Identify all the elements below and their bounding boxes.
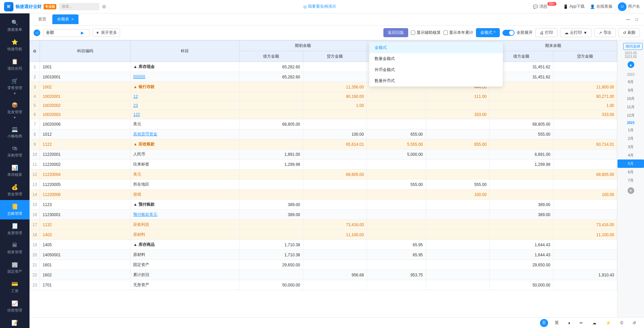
sidebar-item-retail[interactable]: 🛒 零售管理 ▼ (0, 74, 30, 99)
return-old-btn[interactable]: 返回旧版 (383, 28, 408, 37)
month-6[interactable]: 6月 (618, 168, 644, 176)
opening-debit (239, 170, 303, 180)
bottom-bolt-btn[interactable]: ⚡ (603, 320, 613, 326)
tab-close-icon[interactable]: ✕ (71, 17, 74, 21)
month-1[interactable]: 1月 (618, 126, 644, 134)
toggle-switch[interactable] (502, 30, 515, 36)
period-select-title[interactable]: 期间选择 (623, 43, 643, 50)
bottom-cloud-btn[interactable]: ☁ (590, 320, 599, 326)
sidebar-item-search[interactable]: 🔍 搜索菜单 (0, 16, 30, 36)
sidebar-item-ecommerce[interactable]: 💻 小畅电商 (0, 123, 30, 142)
expand-all-toggle[interactable]: 全部展开 (502, 30, 533, 36)
show-auxiliary-checkbox[interactable]: 显示辅助核算 (411, 30, 441, 36)
search-next-icon[interactable]: ▶ (81, 30, 84, 35)
show-annual-input[interactable] (443, 30, 448, 35)
down-arrow-btn[interactable]: ▼ (628, 187, 634, 194)
sidebar-item-sales[interactable]: 📝 小畅报销 (0, 316, 30, 328)
export-btn[interactable]: ↗ 导出 (594, 28, 616, 37)
current-debit (367, 210, 426, 220)
month-12[interactable]: 12月 (618, 111, 644, 120)
sidebar-item-wholesale[interactable]: 📦 批发管理 ▼ (0, 99, 30, 123)
subject-name: 固定资产 (130, 260, 239, 270)
row-num: 15 (30, 200, 40, 210)
month-5[interactable]: 5月 (618, 159, 644, 168)
bottom-lang-btn[interactable]: 英 (552, 319, 561, 326)
app-download-btn[interactable]: 📱 App下载 (563, 4, 585, 9)
search-bar[interactable]: 搜索... (59, 3, 99, 10)
subject-link[interactable]: 预付账款美元 (133, 212, 157, 217)
month-11[interactable]: 11月 (618, 103, 644, 111)
dropdown-item-quantity-amount[interactable]: 数量金额式 (369, 53, 503, 64)
sidebar-item-capital[interactable]: 💰 资金管理 (0, 181, 30, 200)
subject-text: ▲ 银行存款 (133, 84, 154, 89)
tab-home[interactable]: 首页 (34, 14, 51, 24)
online-service-btn[interactable]: 👤 在线客服 (590, 4, 612, 9)
month-7[interactable]: 7月 (618, 176, 644, 185)
opening-credit (303, 280, 367, 290)
dropdown-item-amount[interactable]: 金额式 (369, 42, 503, 53)
sidebar-item-quicknav[interactable]: ⭐ 快捷导航 (0, 36, 30, 55)
subject-link[interactable]: 122 (133, 112, 140, 117)
amount-mode-btn[interactable]: 金额式 ^ (476, 28, 500, 37)
dropdown-item-foreign-amount[interactable]: 外币金额式 (369, 64, 503, 75)
main-layout: 🔍 搜索菜单 ⭐ 快捷导航 📋 项目合同 🛒 零售管理 ▼ 📦 批发管理 ▼ 💻… (0, 13, 644, 328)
refresh-btn[interactable]: ↺ 刷新 (619, 28, 640, 37)
month-10[interactable]: 10月 (618, 94, 644, 103)
subject-name[interactable]: 23 (130, 101, 239, 110)
bottom-copyright-btn[interactable]: © (618, 320, 626, 326)
subject-name[interactable]: 预付账款美元 (130, 210, 239, 220)
subject-link[interactable]: 12 (133, 94, 138, 99)
expand-more-btn[interactable]: ▼ 展开更多 (93, 28, 120, 37)
demo-link[interactable]: ◎ 我要看实例演示 (303, 4, 336, 9)
month-8[interactable]: 8月 (618, 78, 644, 86)
bottom-refresh-btn[interactable]: ↺ (630, 320, 639, 326)
nav-back-btn[interactable]: ◁ (34, 29, 40, 36)
show-auxiliary-input[interactable] (411, 30, 415, 35)
amount-mode-dropdown[interactable]: 金额式 数量金额式 外币金额式 数量外币式 (369, 42, 503, 87)
subject-text: 美元 (133, 122, 141, 126)
sidebar-item-project[interactable]: 📋 项目合同 (0, 55, 30, 74)
bottom-currency-btn[interactable]: 至 (540, 319, 548, 327)
subject-search-input[interactable] (46, 30, 79, 35)
subject-name[interactable]: 12 (130, 92, 239, 101)
sidebar-item-purchase[interactable]: 🛍 采购管理 (0, 142, 30, 161)
sidebar-item-ledger[interactable]: 📒 总账管理 (0, 200, 30, 219)
sidebar-item-invoice[interactable]: 🧾 发票管理 (0, 219, 30, 239)
up-arrow-btn[interactable]: ▲ (628, 61, 634, 68)
sidebar-item-inventory[interactable]: 📊 库存核算 (0, 161, 30, 181)
month-4[interactable]: 4月 (618, 151, 644, 159)
month-2[interactable]: 2月 (618, 134, 644, 143)
bottom-diamond-btn[interactable]: ♦ (566, 320, 573, 326)
subject-link[interactable]: 其他货币资金 (133, 132, 157, 136)
account-code: 1122 (40, 139, 130, 149)
cloud-print-btn[interactable]: ☁ 云打印 ▼ (560, 28, 592, 37)
current-debit (367, 92, 426, 101)
subject-name[interactable]: 回回回 (130, 72, 239, 82)
sidebar-item-assets[interactable]: 🏢 固定资产 (0, 258, 30, 277)
th-settings[interactable]: ⚙ (30, 41, 40, 62)
print-btn[interactable]: 🖨 打印 (535, 28, 557, 37)
month-3[interactable]: 3月 (618, 143, 644, 151)
sidebar-item-operations[interactable]: 📈 经营管理 (0, 297, 30, 316)
subject-link[interactable]: 23 (133, 103, 138, 108)
subject-name[interactable]: 122 (130, 110, 239, 119)
bottom-bar: 至 英 ♦ ✏ ☁ ⚡ © ↺ (30, 317, 644, 328)
subject-name: 人民币 (130, 149, 239, 159)
user-avatar[interactable]: U 用户名 (618, 2, 640, 11)
bottom-edit-btn[interactable]: ✏ (577, 320, 586, 326)
tab-balance[interactable]: 余额表 ✕ (52, 14, 78, 24)
subject-link[interactable]: 回回回 (133, 74, 145, 79)
sidebar-item-tax[interactable]: 🏛 税务管理 (0, 239, 30, 258)
settings-icon[interactable]: ⚙ (102, 4, 106, 9)
dropdown-item-quantity-foreign[interactable]: 数量外币式 (369, 75, 503, 86)
show-annual-checkbox[interactable]: 显示本年累计 (443, 30, 473, 36)
subject-name[interactable]: 其他货币资金 (130, 129, 239, 139)
subject-search-box[interactable]: ▶ (43, 29, 90, 37)
row-num: 12 (30, 170, 40, 180)
messages-btn[interactable]: 💬 消息 99+ (533, 4, 558, 9)
subject-text: ▲ 预付账款 (133, 202, 154, 207)
sidebar-item-salary[interactable]: 💳 工资 (0, 277, 30, 297)
tab-maximize-icon[interactable]: □ (634, 16, 640, 22)
month-9[interactable]: 9月 (618, 86, 644, 94)
tab-minimize-icon[interactable]: — (624, 16, 632, 22)
